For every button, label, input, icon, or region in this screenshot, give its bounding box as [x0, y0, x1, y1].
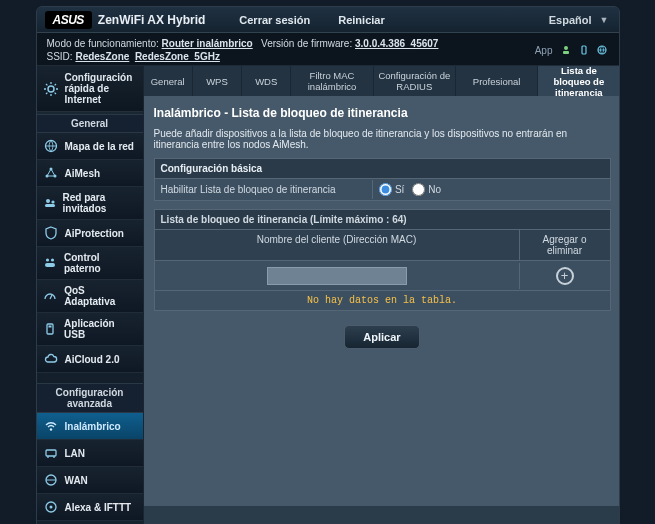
language-label: Español	[549, 14, 592, 26]
svg-point-0	[564, 46, 568, 50]
guest-icon	[43, 195, 57, 211]
enable-no-radio[interactable]: No	[412, 183, 441, 196]
enable-yes-radio[interactable]: Sí	[379, 183, 404, 196]
internet-icon[interactable]	[595, 43, 609, 57]
language-selector[interactable]: Español ▼	[549, 14, 609, 26]
svg-point-4	[48, 86, 54, 92]
svg-rect-2	[582, 46, 586, 54]
usb-icon[interactable]	[577, 43, 591, 57]
op-mode-link[interactable]: Router inalámbrico	[162, 38, 253, 49]
tab-roaming-blocklist[interactable]: Lista de bloqueo de itinerancia	[538, 66, 619, 96]
cloud-icon	[43, 351, 59, 367]
svg-point-12	[46, 258, 49, 261]
enable-label: Habilitar Lista de bloqueo de itineranci…	[155, 180, 373, 199]
nav-usb-app[interactable]: Aplicación USB	[37, 313, 143, 346]
system-info: Modo de funcionamiento: Router inalámbri…	[47, 37, 439, 63]
basic-config-header: Configuración básica	[154, 158, 611, 178]
blocklist-header: Lista de bloqueo de itinerancia (Límite …	[154, 209, 611, 230]
svg-rect-11	[45, 204, 55, 207]
plus-icon: +	[561, 268, 569, 283]
tab-wps[interactable]: WPS	[193, 66, 242, 96]
svg-rect-1	[563, 51, 569, 54]
svg-rect-16	[49, 326, 52, 328]
chevron-down-icon: ▼	[600, 15, 609, 25]
app-label: App	[535, 45, 553, 56]
nav-wan[interactable]: WAN	[37, 467, 143, 494]
tab-radius[interactable]: Configuración de RADIUS	[374, 66, 456, 96]
empty-table-message: No hay datos en la tabla.	[307, 295, 457, 306]
tab-wds[interactable]: WDS	[242, 66, 291, 96]
logout-button[interactable]: Cerrar sesión	[225, 7, 324, 32]
nav-aicloud[interactable]: AiCloud 2.0	[37, 346, 143, 373]
nav-lan[interactable]: LAN	[37, 440, 143, 467]
nav-aiprotection[interactable]: AiProtection	[37, 220, 143, 247]
nav-qos[interactable]: QoS Adaptativa	[37, 280, 143, 313]
nav-alexa[interactable]: Alexa & IFTTT	[37, 494, 143, 521]
nav-parental[interactable]: Control paterno	[37, 247, 143, 280]
page-title: Inalámbrico - Lista de bloqueo de itiner…	[154, 106, 611, 120]
add-button[interactable]: +	[556, 267, 574, 285]
quick-internet-setup[interactable]: Configuración rápida de Internet	[37, 66, 143, 112]
shield-icon	[43, 225, 59, 241]
usb-app-icon	[43, 321, 59, 337]
nav-network-map[interactable]: Mapa de la red	[37, 133, 143, 160]
quick-setup-label: Configuración rápida de Internet	[65, 72, 137, 105]
svg-point-9	[46, 199, 50, 203]
gear-icon	[43, 81, 59, 97]
col-client-header: Nombre del cliente (Dirección MAC)	[155, 230, 520, 260]
tab-professional[interactable]: Profesional	[456, 66, 538, 96]
svg-rect-14	[45, 263, 55, 267]
lan-icon	[43, 445, 59, 461]
section-general-header: General	[37, 114, 143, 133]
wifi-icon	[43, 418, 59, 434]
reboot-button[interactable]: Reiniciar	[324, 7, 398, 32]
apply-button[interactable]: Aplicar	[344, 325, 419, 349]
svg-rect-18	[46, 450, 56, 456]
ssid1-link[interactable]: RedesZone	[75, 51, 129, 62]
ssid2-link[interactable]: RedesZone_5GHz	[135, 51, 220, 62]
nav-wireless[interactable]: Inalámbrico	[37, 413, 143, 440]
svg-point-21	[49, 506, 52, 509]
svg-point-17	[49, 428, 51, 430]
nav-guest-network[interactable]: Red para invitados	[37, 187, 143, 220]
firmware-link[interactable]: 3.0.0.4.386_45607	[355, 38, 438, 49]
page-description: Puede añadir dispositivos a la lista de …	[154, 128, 611, 150]
mac-input[interactable]	[267, 267, 407, 285]
voice-icon	[43, 499, 59, 515]
tab-general[interactable]: General	[144, 66, 193, 96]
nav-aimesh[interactable]: AiMesh	[37, 160, 143, 187]
svg-point-10	[51, 200, 54, 203]
section-advanced-header: Configuración avanzada	[37, 383, 143, 413]
tab-mac-filter[interactable]: Filtro MAC inalámbrico	[291, 66, 373, 96]
family-icon	[43, 255, 58, 271]
brand-logo: ASUS	[45, 11, 92, 29]
globe-icon	[43, 138, 59, 154]
wan-icon	[43, 472, 59, 488]
svg-point-13	[51, 258, 54, 261]
wireless-tabs: General WPS WDS Filtro MAC inalámbrico C…	[144, 66, 620, 96]
col-action-header: Agregar o eliminar	[520, 230, 610, 260]
mesh-icon	[43, 165, 59, 181]
clients-icon[interactable]	[559, 43, 573, 57]
gauge-icon	[43, 288, 59, 304]
product-name: ZenWiFi AX Hybrid	[98, 13, 205, 27]
